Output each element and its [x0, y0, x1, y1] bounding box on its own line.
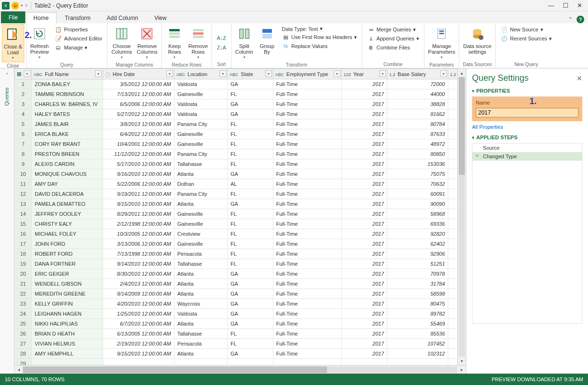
column-header[interactable]: ABC State▾	[228, 69, 273, 79]
manage-parameters-button[interactable]: Manage Parameters▾	[426, 24, 457, 61]
table-row[interactable]: 1ZONIA BAILEY3/5/2012 12:00:00 AMValdost…	[15, 79, 458, 89]
replace-values-button[interactable]: ½Replace Values	[281, 42, 358, 50]
table-row[interactable]: 21WENDELL GIBSON2/4/2013 12:00:00 AMAtla…	[15, 279, 458, 289]
tab-view[interactable]: View	[146, 12, 175, 23]
table-row[interactable]: 6ERICA BLAKE6/4/2012 12:00:00 AMGainesvi…	[15, 129, 458, 139]
column-header[interactable]: ABC Employment Type▾	[273, 69, 342, 79]
select-all-header[interactable]: ▦▾	[15, 69, 32, 79]
column-header[interactable]: 123 Year▾	[342, 69, 387, 79]
close-settings-icon[interactable]: ✕	[577, 75, 582, 82]
table-row[interactable]: 22MEREDITH GREENE9/14/2009 12:00:00 AMAt…	[15, 289, 458, 299]
append-queries-button[interactable]: ⤓Append Queries ▾	[366, 34, 420, 43]
column-header[interactable]: ABC Location▾	[174, 69, 228, 79]
qat-customize-icon[interactable]: ⇩	[25, 3, 28, 8]
remove-columns-button[interactable]: Remove Columns▾	[135, 24, 159, 61]
column-header-partial[interactable]: 1.2	[448, 69, 458, 79]
horizontal-scrollbar[interactable]: ◂ ▸	[14, 365, 466, 374]
smiley-icon[interactable]: ☺	[11, 2, 19, 10]
filter-icon[interactable]: ▾	[379, 70, 386, 77]
new-source-button[interactable]: 📄New Source ▾	[500, 25, 553, 34]
new-source-icon: 📄	[501, 26, 508, 33]
table-row[interactable]: 13PAMELA DEMATTEO9/15/2010 12:00:00 AMAt…	[15, 199, 458, 209]
scroll-right-icon[interactable]: ▸	[457, 367, 466, 372]
group-by-button[interactable]: Group By	[256, 24, 278, 61]
scroll-left-icon[interactable]: ◂	[14, 367, 23, 372]
table-row[interactable]: 17JOHN FORD3/13/2006 12:00:00 AMGainesvi…	[15, 239, 458, 249]
table-row[interactable]: 3CHARLES W. BARNES, IV6/5/2006 12:00:00 …	[15, 99, 458, 109]
filter-icon[interactable]: ▾	[440, 70, 447, 77]
table-row[interactable]: 28AMY HEMPHILL9/15/2010 12:00:00 AMAtlan…	[15, 349, 458, 359]
close-and-load-button[interactable]: Close & Load▾	[2, 24, 24, 62]
table-row[interactable]: 7CORY RAY BRANT10/4/2001 12:00:00 AMGain…	[15, 139, 458, 149]
table-row[interactable]: 16MICHAEL FOLEY10/3/2005 12:00:00 AMCres…	[15, 229, 458, 239]
scroll-up-icon[interactable]: ▴	[458, 68, 466, 77]
sort-desc-button[interactable]: Z↓A	[216, 44, 227, 51]
tab-home[interactable]: Home	[25, 12, 57, 23]
applied-steps-header[interactable]: APPLIED STEPS	[472, 135, 582, 140]
queries-rail-label[interactable]: Queries	[4, 87, 10, 106]
expand-queries-icon[interactable]: ›	[0, 68, 14, 78]
table-row[interactable]: 9ALEXIS CARDIN5/17/2010 12:00:00 AMTalla…	[15, 159, 458, 169]
filter-icon[interactable]: ▾	[95, 70, 102, 77]
filter-icon[interactable]: ▾	[220, 70, 226, 77]
data-type-button[interactable]: Data Type: Text ▾	[281, 25, 358, 32]
combine-files-button[interactable]: 🗎Combine Files	[366, 43, 420, 52]
table-row[interactable]: 25NIKKI HALIPILIAS6/7/2010 12:00:00 AMAt…	[15, 319, 458, 329]
remove-columns-icon	[139, 26, 154, 41]
minimize-icon[interactable]: —	[548, 2, 554, 9]
table-row[interactable]: 14JEFFREY DOOLEY8/29/2011 12:00:00 AMGai…	[15, 209, 458, 219]
column-header[interactable]: 🕒 Hire Date▾	[103, 69, 174, 79]
tab-add-column[interactable]: Add Column	[99, 12, 146, 23]
scroll-down-icon[interactable]: ▾	[458, 356, 466, 365]
column-header[interactable]: ABC Full Name▾	[32, 69, 103, 79]
table-row[interactable]: 5JAMES BLAIR3/8/2013 12:00:00 AMPanama C…	[15, 119, 458, 129]
manage-button[interactable]: 🗂Manage ▾	[54, 43, 104, 52]
help-icon[interactable]: ?	[577, 16, 584, 23]
advanced-editor-button[interactable]: 📝Advanced Editor	[54, 34, 104, 43]
group-label-query: Query	[29, 61, 106, 68]
keep-rows-button[interactable]: Keep Rows▾	[164, 24, 185, 61]
data-grid[interactable]: ▦▾ABC Full Name▾🕒 Hire Date▾ABC Location…	[14, 68, 457, 365]
table-row[interactable]: 11AMY DAY5/22/2006 12:00:00 AMDothanALFu…	[15, 179, 458, 189]
tab-transform[interactable]: Transform	[57, 12, 98, 23]
recent-sources-button[interactable]: 🕘Recent Sources ▾	[500, 34, 553, 43]
maximize-icon[interactable]: ☐	[563, 2, 569, 9]
qat-dropdown-icon[interactable]: ▾	[21, 3, 23, 8]
properties-button[interactable]: 📋Properties	[54, 25, 104, 34]
table-row[interactable]: 12DAVID DELACERDA9/19/2011 12:00:00 AMPa…	[15, 189, 458, 199]
table-row[interactable]: 24LEIGHANN HAGEN1/25/2010 12:00:00 AMVal…	[15, 309, 458, 319]
table-row[interactable]: 4HALEY BATES5/27/2012 12:00:00 AMValdost…	[15, 109, 458, 119]
query-name-input[interactable]	[476, 108, 578, 117]
merge-queries-button[interactable]: ⫘Merge Queries ▾	[366, 25, 420, 34]
refresh-preview-button[interactable]: Refresh Preview▾	[29, 24, 51, 61]
filter-icon[interactable]: ▾	[265, 70, 272, 77]
step-source[interactable]: Source	[472, 144, 582, 152]
table-row[interactable]: 8PRESTON BREEN11/12/2012 12:00:00 AMPana…	[15, 149, 458, 159]
column-header[interactable]: 1.2 Base Salary▾	[387, 69, 448, 79]
step-changed-type[interactable]: Changed Type	[472, 152, 582, 161]
table-row[interactable]: 10MONIQUE CHAVOUS9/16/2010 12:00:00 AMAt…	[15, 169, 458, 179]
choose-columns-button[interactable]: Choose Columns▾	[109, 24, 134, 61]
all-properties-link[interactable]: All Properties	[472, 124, 582, 130]
tab-file[interactable]: File	[1, 11, 25, 23]
split-column-button[interactable]: Split Column▾	[233, 24, 255, 61]
remove-rows-button[interactable]: Remove Rows▾	[186, 24, 210, 61]
table-row[interactable]: 29	[15, 359, 458, 366]
sort-asc-button[interactable]: A↓Z	[216, 35, 227, 41]
table-row[interactable]: 18ROBERT FORD7/13/1998 12:00:00 AMPensac…	[15, 249, 458, 259]
properties-section-header[interactable]: PROPERTIES	[472, 88, 582, 94]
table-row[interactable]: 26BRIAN D HEATH6/13/2005 12:00:00 AMTall…	[15, 329, 458, 339]
filter-icon[interactable]: ▾	[166, 70, 173, 77]
vertical-scrollbar[interactable]: ▴ ▾	[457, 68, 466, 365]
table-row[interactable]: 2TAMMIE ROBINSON7/13/2011 12:00:00 AMGai…	[15, 89, 458, 99]
table-row[interactable]: 27VIVIAN HELMUS2/19/2010 12:00:00 AMPens…	[15, 339, 458, 349]
data-source-settings-button[interactable]: Data source settings	[461, 24, 493, 61]
filter-icon[interactable]: ▾	[334, 70, 340, 77]
collapse-ribbon-icon[interactable]: ⌃	[568, 16, 573, 23]
table-row[interactable]: 23KELLY GRIFFIN4/20/2010 12:00:00 AMWayc…	[15, 299, 458, 309]
close-icon[interactable]: ✕	[577, 2, 582, 9]
first-row-headers-button[interactable]: ▤Use First Row as Headers ▾	[281, 33, 358, 41]
table-row[interactable]: 15CHRISTY EALY2/12/1998 12:00:00 AMGaine…	[15, 219, 458, 229]
table-row[interactable]: 19DANA FORTNER9/14/2010 12:00:00 AMTalla…	[15, 259, 458, 269]
table-row[interactable]: 20ERIC GEIGER8/30/2010 12:00:00 AMAtlant…	[15, 269, 458, 279]
